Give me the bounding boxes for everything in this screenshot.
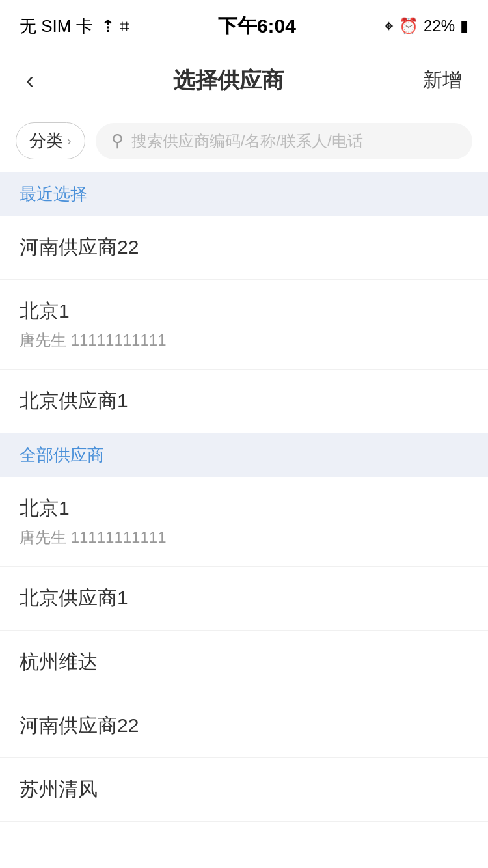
status-left: 无 SIM 卡 ⇡ ⌗ bbox=[20, 15, 129, 38]
filter-bar: 分类 › ⚲ 搜索供应商编码/名称/联系人/电话 bbox=[0, 109, 488, 172]
location-icon: ⌖ bbox=[385, 17, 394, 35]
search-icon: ⚲ bbox=[111, 131, 124, 151]
alarm-icon: ⏰ bbox=[399, 17, 418, 35]
all-item-name-2: 杭州维达 bbox=[20, 649, 468, 675]
sim-status: 无 SIM 卡 bbox=[20, 15, 93, 38]
all-item-1[interactable]: 北京供应商1 bbox=[0, 567, 488, 631]
all-item-name-4: 苏州清风 bbox=[20, 776, 468, 803]
all-item-name-1: 北京供应商1 bbox=[20, 585, 468, 612]
recent-section-header: 最近选择 bbox=[0, 172, 488, 216]
status-right: ⌖ ⏰ 22% ▮ bbox=[385, 17, 468, 35]
all-item-name-3: 河南供应商22 bbox=[20, 712, 468, 739]
new-action-button[interactable]: 新增 bbox=[416, 61, 468, 100]
battery-status: 22% bbox=[424, 17, 455, 35]
search-box[interactable]: ⚲ 搜索供应商编码/名称/联系人/电话 bbox=[96, 123, 472, 159]
category-label: 分类 bbox=[29, 129, 63, 152]
battery-icon: ▮ bbox=[460, 17, 468, 35]
recent-item-sub-1: 唐先生 11111111111 bbox=[20, 330, 468, 351]
wifi-icon: ⇡ ⌗ bbox=[101, 16, 129, 36]
all-item-name-0: 北京1 bbox=[20, 495, 468, 522]
recent-item-0[interactable]: 河南供应商22 bbox=[0, 216, 488, 280]
all-item-sub-0: 唐先生 11111111111 bbox=[20, 527, 468, 548]
all-items-list: 北京1 唐先生 11111111111 北京供应商1 杭州维达 河南供应商22 … bbox=[0, 477, 488, 822]
status-time: 下午6:04 bbox=[218, 13, 296, 40]
all-item-4[interactable]: 苏州清风 bbox=[0, 758, 488, 822]
recent-section-label: 最近选择 bbox=[20, 184, 87, 204]
all-item-0[interactable]: 北京1 唐先生 11111111111 bbox=[0, 477, 488, 567]
chevron-right-icon: › bbox=[67, 133, 72, 148]
recent-item-2[interactable]: 北京供应商1 bbox=[0, 370, 488, 433]
all-section-label: 全部供应商 bbox=[20, 445, 104, 465]
all-section-header: 全部供应商 bbox=[0, 433, 488, 477]
search-placeholder: 搜索供应商编码/名称/联系人/电话 bbox=[131, 131, 363, 152]
all-item-3[interactable]: 河南供应商22 bbox=[0, 694, 488, 758]
back-button[interactable]: ‹ bbox=[20, 61, 40, 101]
status-bar: 无 SIM 卡 ⇡ ⌗ 下午6:04 ⌖ ⏰ 22% ▮ bbox=[0, 0, 488, 52]
category-filter-button[interactable]: 分类 › bbox=[16, 122, 85, 159]
recent-item-name-1: 北京1 bbox=[20, 298, 468, 325]
recent-item-name-0: 河南供应商22 bbox=[20, 234, 468, 261]
recent-item-name-2: 北京供应商1 bbox=[20, 388, 468, 414]
all-item-2[interactable]: 杭州维达 bbox=[0, 631, 488, 694]
recent-items-list: 河南供应商22 北京1 唐先生 11111111111 北京供应商1 bbox=[0, 216, 488, 433]
page-title: 选择供应商 bbox=[173, 66, 284, 96]
recent-item-1[interactable]: 北京1 唐先生 11111111111 bbox=[0, 280, 488, 370]
nav-bar: ‹ 选择供应商 新增 bbox=[0, 52, 488, 109]
